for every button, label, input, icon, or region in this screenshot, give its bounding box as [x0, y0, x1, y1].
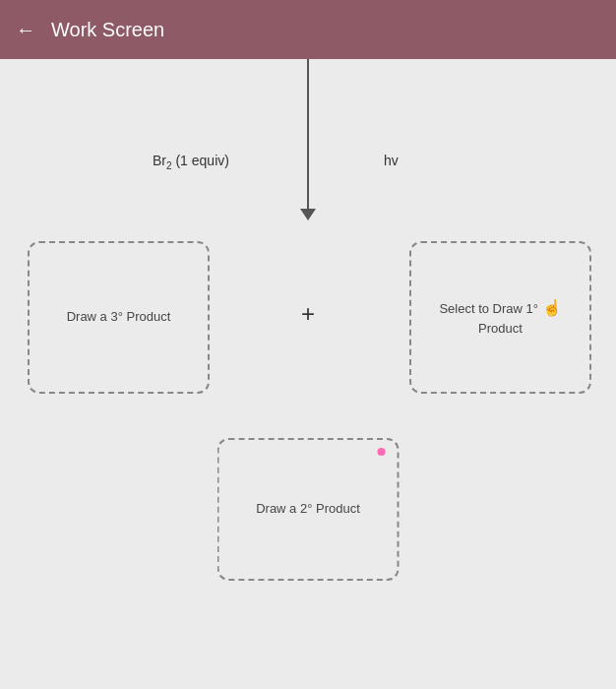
- draw-primary-product-box[interactable]: Select to Draw 1° ☝Product: [409, 241, 591, 394]
- reaction-arrow-line: [307, 59, 309, 217]
- page-title: Work Screen: [51, 19, 164, 41]
- app-header: ← Work Screen: [0, 0, 616, 59]
- reagent-label: Br2 (1 equiv): [153, 153, 229, 171]
- draw-tertiary-product-label: Draw a 3° Product: [59, 300, 179, 334]
- reaction-arrow-head: [300, 209, 316, 220]
- draw-tertiary-product-box[interactable]: Draw a 3° Product: [28, 241, 210, 394]
- back-button[interactable]: ←: [16, 19, 35, 41]
- draw-secondary-product-box[interactable]: Draw a 2° Product: [217, 438, 400, 581]
- plus-separator: +: [301, 300, 315, 328]
- draw-primary-product-label: Select to Draw 1° ☝Product: [431, 289, 569, 345]
- light-condition-label: hv: [384, 153, 399, 168]
- work-screen-canvas: Br2 (1 equiv) hv + Draw a 3° Product Sel…: [0, 59, 616, 689]
- pink-dot-indicator: [378, 448, 386, 456]
- draw-secondary-product-label: Draw a 2° Product: [248, 492, 368, 526]
